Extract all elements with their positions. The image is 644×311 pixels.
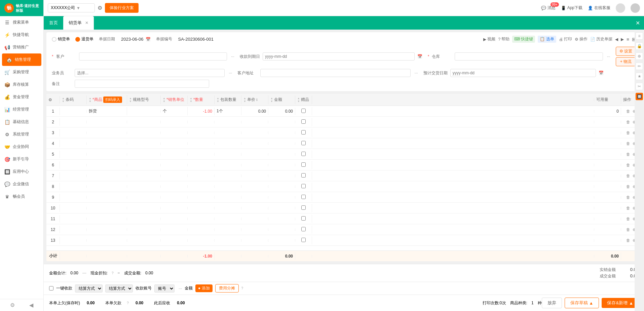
- td-remark[interactable]: [312, 218, 594, 220]
- td-amount[interactable]: [268, 228, 295, 231]
- warehouse-more-icon[interactable]: ···: [607, 54, 610, 59]
- expected-delivery-input[interactable]: [450, 69, 596, 77]
- td-price[interactable]: [241, 142, 268, 145]
- td-remark[interactable]: [312, 185, 594, 188]
- logistics-side-btn[interactable]: + 物流: [616, 57, 636, 66]
- td-gift[interactable]: [295, 129, 312, 137]
- td-qty[interactable]: [188, 164, 215, 166]
- notes-input[interactable]: [75, 80, 209, 88]
- td-barcode[interactable]: [60, 110, 87, 113]
- td-spec[interactable]: [127, 131, 161, 134]
- toolbar-history[interactable]: 📄 历史单据: [590, 36, 612, 42]
- td-qty[interactable]: [188, 207, 215, 209]
- td-remark[interactable]: [312, 131, 594, 134]
- td-gift[interactable]: [295, 150, 312, 158]
- delete-row-icon[interactable]: 🗑: [626, 184, 630, 189]
- sidebar-item-guide[interactable]: 🎯 新手引导: [0, 153, 43, 165]
- delete-row-icon[interactable]: 🗑: [626, 195, 630, 200]
- gift-checkbox[interactable]: [301, 205, 306, 210]
- rp-icon-6[interactable]: ✂: [636, 83, 643, 90]
- customer-addr-input[interactable]: [260, 69, 410, 77]
- td-barcode[interactable]: [60, 218, 87, 220]
- td-spec[interactable]: [127, 110, 161, 113]
- gift-checkbox[interactable]: [301, 109, 306, 113]
- nav-next-icon[interactable]: ▶: [621, 37, 624, 42]
- sidebar-item-basic[interactable]: 📋 基础信息: [0, 116, 43, 128]
- td-goods[interactable]: [87, 164, 127, 166]
- td-pkgqty[interactable]: [215, 153, 241, 156]
- td-barcode[interactable]: [60, 185, 87, 188]
- list-view-icon[interactable]: ≡: [627, 37, 629, 42]
- td-barcode[interactable]: [60, 239, 87, 242]
- gift-checkbox[interactable]: [301, 141, 306, 145]
- td-unit[interactable]: [161, 174, 188, 177]
- sidebar-item-search[interactable]: ☰ 搜索菜单: [0, 16, 43, 29]
- td-qty[interactable]: [188, 239, 215, 242]
- td-price[interactable]: [241, 164, 268, 166]
- toolbar-ops[interactable]: ⚙ 操作: [575, 36, 588, 42]
- td-spec[interactable]: [127, 207, 161, 209]
- td-remark[interactable]: [312, 153, 594, 156]
- app-download-button[interactable]: 📱 App下载: [561, 5, 582, 11]
- td-price[interactable]: [241, 153, 268, 156]
- gift-checkbox[interactable]: [301, 184, 306, 188]
- delete-row-icon[interactable]: 🗑: [626, 238, 630, 243]
- account-more-icon[interactable]: ···: [179, 286, 182, 291]
- rp-icon-7[interactable]: 🔲: [636, 93, 643, 100]
- td-unit[interactable]: [161, 185, 188, 188]
- delete-row-icon[interactable]: 🗑: [626, 173, 630, 178]
- doc-no-value[interactable]: SA-20230606-001: [178, 37, 214, 42]
- td-gift[interactable]: [295, 226, 312, 234]
- td-remark[interactable]: [312, 207, 594, 209]
- td-pkgqty[interactable]: [215, 185, 241, 188]
- rp-icon-4[interactable]: ✏: [636, 63, 643, 70]
- td-qty[interactable]: [188, 142, 215, 145]
- td-remark[interactable]: [312, 142, 594, 145]
- td-gift[interactable]: [295, 107, 312, 115]
- td-amount[interactable]: [268, 239, 295, 242]
- account-select[interactable]: 账号: [154, 284, 175, 293]
- td-spec[interactable]: [127, 164, 161, 166]
- th-settings[interactable]: ⚙: [46, 96, 60, 104]
- gift-checkbox[interactable]: [301, 152, 306, 156]
- td-amount[interactable]: [268, 121, 295, 123]
- td-price[interactable]: [241, 218, 268, 220]
- td-qty[interactable]: [188, 121, 215, 123]
- td-goods[interactable]: [87, 239, 127, 242]
- td-goods[interactable]: [87, 153, 127, 156]
- td-qty[interactable]: [188, 174, 215, 177]
- td-price[interactable]: [241, 121, 268, 123]
- tab-close-icon[interactable]: ✕: [85, 21, 88, 25]
- td-amount[interactable]: [268, 207, 295, 209]
- td-barcode[interactable]: [60, 196, 87, 199]
- td-price[interactable]: [241, 131, 268, 134]
- td-barcode[interactable]: [60, 121, 87, 123]
- td-unit[interactable]: [161, 218, 188, 220]
- td-price[interactable]: [241, 185, 268, 188]
- customer-input[interactable]: [79, 52, 227, 61]
- td-barcode[interactable]: [60, 207, 87, 209]
- settings-button[interactable]: ⚙: [98, 5, 102, 11]
- td-gift[interactable]: [295, 236, 312, 244]
- td-remark[interactable]: [312, 110, 594, 113]
- delete-row-icon[interactable]: 🗑: [626, 227, 630, 232]
- message-button[interactable]: 💬 消息 99+: [541, 5, 556, 11]
- settings-icon[interactable]: ⚙: [10, 302, 15, 308]
- nav-prev-icon[interactable]: ◀: [615, 37, 618, 42]
- salesperson-input[interactable]: [75, 69, 225, 77]
- td-gift[interactable]: [295, 140, 312, 148]
- td-price[interactable]: [241, 196, 268, 199]
- td-amount[interactable]: [268, 142, 295, 145]
- td-qty[interactable]: [188, 185, 215, 188]
- td-goods[interactable]: [87, 174, 127, 177]
- avatar2[interactable]: [631, 3, 640, 13]
- delete-row-icon[interactable]: 🗑: [626, 206, 630, 210]
- td-spec[interactable]: [127, 142, 161, 145]
- td-qty[interactable]: [188, 153, 215, 156]
- customer-addr-more-icon[interactable]: ···: [415, 71, 418, 75]
- td-gift[interactable]: [295, 183, 312, 191]
- customer-more-icon[interactable]: ···: [231, 54, 234, 59]
- td-spec[interactable]: [127, 228, 161, 231]
- td-amount[interactable]: [268, 196, 295, 199]
- fee-alloc-button[interactable]: 费用分摊: [215, 284, 239, 293]
